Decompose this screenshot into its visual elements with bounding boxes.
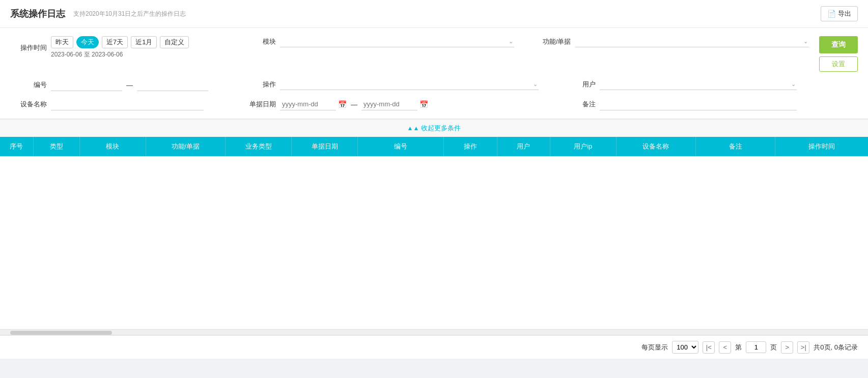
- code-input-end[interactable]: [137, 79, 208, 91]
- page-header: 系统操作日志 支持2020年10月31日之后产生的操作日志 📄 导出: [0, 0, 868, 28]
- time-buttons: 昨天 今天 近7天 近1月 自定义: [51, 36, 189, 48]
- horizontal-scrollbar[interactable]: [0, 329, 868, 335]
- time-btn-1month[interactable]: 近1月: [131, 36, 157, 48]
- remark-filter-block: 备注: [539, 98, 858, 110]
- col-module: 模块: [79, 137, 146, 156]
- time-filter-block: 操作时间 昨天 今天 近7天 近1月 自定义 2023-06-06 至 2023…: [10, 36, 239, 59]
- user-chevron-icon: ⌄: [791, 81, 796, 88]
- device-filter-block: 设备名称: [10, 98, 239, 110]
- data-table: 序号 类型 模块 功能/单据 业务类型 单据日期 编号 操作 用户 用户ip 设…: [0, 137, 868, 156]
- collapse-label: 收起更多条件: [421, 124, 461, 133]
- module-chevron-icon: ⌄: [509, 38, 513, 45]
- time-btn-today[interactable]: 今天: [76, 36, 99, 48]
- col-operation: 操作: [444, 137, 497, 156]
- function-label: 功能/单据: [535, 37, 575, 46]
- docdate-dash: —: [351, 101, 357, 108]
- page-title: 系统操作日志: [10, 8, 65, 20]
- page-label: 第: [735, 343, 742, 352]
- filter-panel: 操作时间 昨天 今天 近7天 近1月 自定义 2023-06-06 至 2023…: [0, 28, 868, 119]
- time-label: 操作时间: [10, 43, 51, 52]
- time-range-text: 2023-06-06 至 2023-06-06: [51, 50, 189, 59]
- code-filter-block: 编号 —: [10, 79, 239, 91]
- page-suffix: 页: [770, 343, 777, 352]
- docdate-start[interactable]: [280, 98, 336, 110]
- time-btn-custom[interactable]: 自定义: [160, 36, 189, 48]
- prev-page-button[interactable]: <: [719, 341, 731, 354]
- page-input[interactable]: [746, 341, 766, 353]
- export-button[interactable]: 📄 导出: [821, 6, 858, 21]
- table-container: 序号 类型 模块 功能/单据 业务类型 单据日期 编号 操作 用户 用户ip 设…: [0, 137, 868, 329]
- device-input[interactable]: [51, 98, 204, 110]
- per-page-select[interactable]: 100 50 200: [672, 341, 698, 354]
- user-label: 用户: [559, 80, 600, 89]
- docdate-filter-block: 单据日期 📅 — 📅: [239, 98, 539, 110]
- function-filter-block: 功能/单据 ⌄: [514, 36, 809, 47]
- docdate-end[interactable]: [361, 98, 417, 110]
- collapse-icon: ▲▲: [407, 125, 419, 132]
- empty-area: [0, 156, 868, 329]
- col-docdate: 单据日期: [292, 137, 358, 156]
- calendar-end-icon[interactable]: 📅: [419, 100, 428, 108]
- next-page-button[interactable]: >: [781, 341, 793, 354]
- page-subtitle: 支持2020年10月31日之后产生的操作日志: [73, 10, 186, 18]
- action-buttons: 查询 设置: [819, 36, 858, 72]
- col-function: 功能/单据: [146, 137, 225, 156]
- operation-chevron-icon: ⌄: [533, 81, 538, 88]
- export-label: 导出: [838, 9, 851, 18]
- function-select[interactable]: ⌄: [575, 36, 809, 47]
- col-type: 类型: [33, 137, 79, 156]
- col-optime: 操作时间: [775, 137, 868, 156]
- query-button[interactable]: 查询: [819, 36, 858, 53]
- export-icon: 📄: [827, 10, 836, 18]
- col-index: 序号: [0, 137, 33, 156]
- filter-row-1: 操作时间 昨天 今天 近7天 近1月 自定义 2023-06-06 至 2023…: [10, 36, 858, 72]
- user-select[interactable]: ⌄: [600, 79, 797, 90]
- code-label: 编号: [10, 80, 51, 90]
- col-code: 编号: [358, 137, 444, 156]
- docdate-label: 单据日期: [239, 100, 280, 109]
- col-user: 用户: [497, 137, 550, 156]
- col-remark: 备注: [695, 137, 775, 156]
- table-header: 序号 类型 模块 功能/单据 业务类型 单据日期 编号 操作 用户 用户ip 设…: [0, 137, 868, 156]
- first-page-button[interactable]: |<: [703, 341, 715, 354]
- function-chevron-icon: ⌄: [803, 38, 808, 45]
- per-page-label: 每页显示: [641, 343, 668, 352]
- collapse-bar[interactable]: ▲▲ 收起更多条件: [0, 119, 868, 137]
- remark-label: 备注: [559, 100, 600, 109]
- filter-row-2: 编号 — 操作 ⌄ 用户 ⌄: [10, 79, 858, 91]
- filter-row-3: 设备名称 单据日期 📅 — 📅 备注: [10, 98, 858, 110]
- user-filter-block: 用户 ⌄: [539, 79, 858, 90]
- operation-filter-block: 操作 ⌄: [239, 79, 539, 90]
- col-userip: 用户ip: [550, 137, 616, 156]
- code-input-start[interactable]: [51, 79, 122, 91]
- col-biztype: 业务类型: [225, 137, 291, 156]
- time-btn-7days[interactable]: 近7天: [102, 36, 128, 48]
- pagination-bar: 每页显示 100 50 200 |< < 第 页 > >| 共0页, 0条记录: [0, 335, 868, 359]
- scrollbar-thumb[interactable]: [10, 331, 112, 335]
- remark-input[interactable]: [600, 98, 797, 110]
- operation-label: 操作: [239, 80, 280, 89]
- device-label: 设备名称: [10, 100, 51, 109]
- module-filter-block: 模块 ⌄: [239, 36, 514, 47]
- module-select[interactable]: ⌄: [280, 36, 514, 47]
- module-label: 模块: [239, 37, 280, 46]
- time-btn-yesterday[interactable]: 昨天: [51, 36, 73, 48]
- col-device: 设备名称: [616, 137, 695, 156]
- total-info: 共0页, 0条记录: [814, 343, 858, 352]
- code-dash: —: [126, 81, 133, 89]
- settings-button[interactable]: 设置: [819, 56, 858, 72]
- last-page-button[interactable]: >|: [797, 341, 809, 354]
- operation-select[interactable]: ⌄: [280, 79, 539, 90]
- calendar-start-icon[interactable]: 📅: [338, 100, 347, 108]
